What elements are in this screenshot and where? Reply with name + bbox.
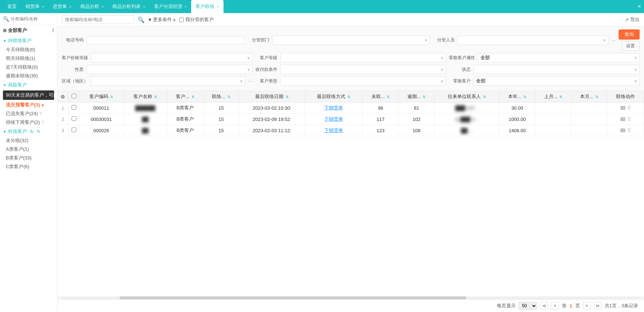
col-this-year[interactable]: 本年... ⇅ [499,91,535,102]
sort-tmonth-icon[interactable]: ⇅ [595,95,598,99]
retail-customer-select[interactable]: 全部 ∨ [474,76,640,86]
query-button[interactable]: 查询 [619,29,640,40]
sidebar-item-class-c[interactable]: C类客户(6) [0,162,57,171]
sidebar-item-7days-contact[interactable]: 近7天待联络(0) [0,63,57,72]
row-last-method[interactable]: 下销货单 [305,125,363,136]
row-checkbox[interactable] [72,127,76,132]
row-last-method[interactable]: 下销货单 [305,114,363,125]
col-contact[interactable]: 联络... ⇅ [203,91,239,102]
person-select[interactable]: ∨ [458,36,608,45]
nature-select[interactable]: ∨ [86,65,253,74]
sort-person-icon[interactable]: ⇅ [483,95,486,99]
price-grade-select[interactable]: ∨ [91,53,253,62]
col-settings[interactable]: ⚙ [57,91,68,102]
group-risk-customer[interactable]: ▼ 风险客户 [0,80,57,90]
col-type[interactable]: 客户... ⇅ [167,91,203,102]
first-page-button[interactable]: ⊲ [540,302,548,310]
more-conditions-button[interactable]: ▼ 更多条件 ∧ [148,16,176,23]
sidebar-item-class-a[interactable]: A类客户(1) [0,145,57,154]
status-select[interactable]: ∨ [474,65,640,74]
contact-action-icon[interactable]: ☎ [620,127,626,133]
nav-goods-list[interactable]: 商品分析列表 × [108,0,149,13]
per-page-select[interactable]: 50 100 200 [519,302,537,310]
sidebar-item-churned[interactable]: 已流失客户(24) ? [0,109,57,118]
search-button[interactable]: 🔍 [137,16,145,23]
sort-lmonth-icon[interactable]: ⇅ [559,95,562,99]
sort-uncontacted-icon[interactable]: ⇅ [387,95,390,99]
sort-method-icon[interactable]: ⇅ [347,95,350,99]
phone-input[interactable] [86,36,245,44]
prev-page-button[interactable]: < [551,302,559,310]
sidebar-item-declining[interactable]: 持续下滑客户(2) ? [0,118,57,127]
col-uncontacted[interactable]: 未联... ⇅ [363,91,399,102]
more-action-icon[interactable]: ⠿ [627,105,631,111]
sidebar-item-class-b[interactable]: B类客户(33) [0,154,57,162]
row-checkbox-cell[interactable] [68,114,79,125]
contact-action-icon[interactable]: ☎ [620,105,626,111]
nav-purchase[interactable]: 进货单 × [48,0,76,13]
sort-type-icon[interactable]: ⇅ [192,95,194,99]
customer-type-select[interactable]: ∨ [280,76,446,86]
region-dots[interactable]: ··· [248,78,253,84]
more-action-icon[interactable]: ⠿ [627,116,631,122]
nav-sales[interactable]: 销货单 × [21,0,48,13]
row-checkbox[interactable] [72,105,76,110]
group-value-customer[interactable]: ▼ 价值客户 ↻ ✎ [0,127,57,136]
sort-overdue-icon[interactable]: ⇅ [423,95,426,99]
contact-action-icon[interactable]: ☎ [620,116,626,122]
nav-goods-analysis[interactable]: 商品分析 × [76,0,108,13]
col-last-date[interactable]: 最后联络日期 ⇅ [239,91,305,102]
close-customer-contact-icon[interactable]: × [217,4,219,9]
export-button[interactable]: ↗ 导出 [625,16,640,23]
col-overdue[interactable]: 逾期... ⇅ [399,91,435,102]
next-page-button[interactable]: > [583,302,591,310]
col-last-month[interactable]: 上月... ⇅ [535,91,571,102]
col-name[interactable]: 客户名称 ⇅ [123,91,167,102]
dept-select[interactable]: ∨ [272,36,430,45]
row-checkbox-cell[interactable] [68,102,79,114]
sidebar-item-churn-warning[interactable]: 流失预警客户(3) ● [0,101,57,109]
customer-grade-select[interactable]: ∨ [280,53,446,62]
col-person[interactable]: 往来单位联系人 ⇅ [434,91,499,102]
row-checkbox-cell[interactable] [68,125,79,136]
refresh-icon[interactable]: ↻ [30,129,34,134]
sidebar-item-overdue-contact[interactable]: 逾期未联络(30) [0,72,57,80]
all-customers-header[interactable]: ⊞ 全部客户 《 [0,25,57,36]
sort-contact-icon[interactable]: ⇅ [228,95,230,99]
scrollbar-thumb[interactable] [120,296,466,299]
group-pending-contact[interactable]: ▼ 待联络客户 [0,36,57,45]
close-all-icon[interactable]: × [638,3,641,10]
select-all-checkbox[interactable] [72,94,76,98]
sidebar-item-ungrouped[interactable]: 未分组(32) [0,136,57,145]
close-customer-tier-icon[interactable]: × [185,4,187,9]
row-checkbox[interactable] [72,116,76,121]
col-checkbox[interactable] [68,91,79,102]
sidebar-item-tomorrow-contact[interactable]: 明天待联络(1) [0,54,57,63]
nav-home[interactable]: 首页 [3,0,21,13]
edit-icon[interactable]: ✎ [37,129,41,134]
payment-select[interactable]: ∨ [280,65,446,74]
retail-attr-select[interactable]: 全部 ∨ [478,53,640,62]
col-last-method[interactable]: 最后联络方式 ⇅ [305,91,363,102]
last-page-button[interactable]: ⊳ [594,302,602,310]
col-this-month[interactable]: 本月... ⇅ [571,91,607,102]
person-dots[interactable]: ··· [611,37,616,43]
nav-customer-tier[interactable]: 客户分层经营 × [150,0,191,13]
close-purchase-icon[interactable]: × [69,4,71,9]
close-sales-icon[interactable]: × [42,4,44,9]
more-action-icon[interactable]: ⠿ [627,127,631,133]
sort-code-icon[interactable]: ⇅ [110,95,113,99]
nav-customer-contact[interactable]: 客户联络 × [191,0,223,13]
sort-name-icon[interactable]: ⇅ [154,95,157,99]
sort-date-icon[interactable]: ⇅ [286,95,289,99]
my-customers-checkbox-label[interactable]: 我分管的客户 [179,16,214,23]
settings-button[interactable]: 设置 [621,41,640,51]
sort-year-icon[interactable]: ⇅ [523,95,526,99]
horizontal-scrollbar[interactable] [62,296,640,299]
col-code[interactable]: 客户编码 ⇅ [79,91,123,102]
region-select[interactable]: ∨ [91,76,245,86]
main-search-input[interactable] [62,15,134,24]
my-customers-checkbox[interactable] [179,17,184,22]
sidebar-item-today-contact[interactable]: 今天待联络(0) [0,45,57,54]
close-goods-list-icon[interactable]: × [143,4,145,9]
